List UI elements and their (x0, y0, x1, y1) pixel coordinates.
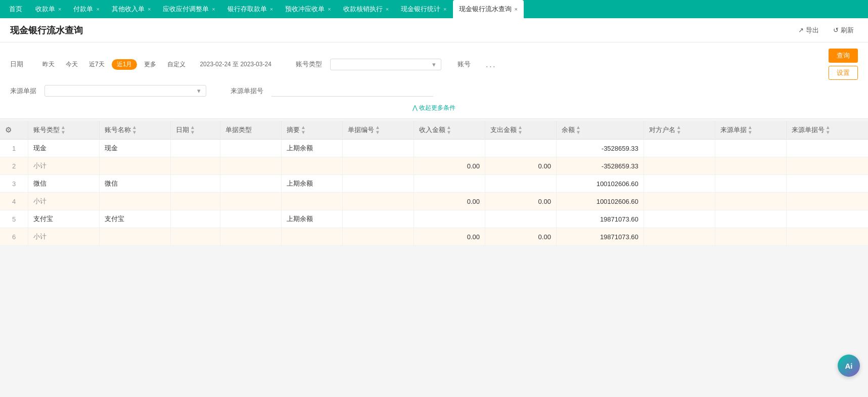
close-tab-icon[interactable]: × (515, 6, 518, 12)
cell-date (170, 175, 220, 193)
cell-expense: 0.00 (485, 193, 556, 210)
filter-row-1: 日期 昨天今天近7天近1月更多自定义 2023-02-24 至 2023-03-… (10, 49, 858, 80)
nav-tab-现金银行统计[interactable]: 现金银行统计× (395, 0, 452, 18)
gear-icon[interactable]: ⚙ (5, 125, 12, 134)
cell-expense (485, 175, 556, 193)
sort-doc_no[interactable]: 单据编号▲▼ (348, 125, 380, 135)
data-table: ⚙账号类型▲▼账号名称▲▼日期▲▼单据类型摘要▲▼单据编号▲▼收入金额▲▼支出金… (0, 121, 868, 246)
col-gear: ⚙ (0, 121, 28, 140)
cell-balance: 19871073.60 (556, 210, 644, 228)
cell-num: 2 (0, 157, 28, 175)
close-tab-icon[interactable]: × (270, 6, 273, 12)
cell-summary: 上期余额 (281, 175, 342, 193)
date-opt-近1月[interactable]: 近1月 (112, 59, 138, 70)
cell-income (414, 175, 485, 193)
page-header: 现金银行流水查询 ↗ 导出 ↺ 刷新 (0, 18, 868, 42)
date-opt-近7天[interactable]: 近7天 (85, 59, 109, 70)
col-account_name[interactable]: 账号名称▲▼ (100, 121, 171, 140)
nav-tab-预收冲应收单[interactable]: 预收冲应收单× (279, 0, 337, 18)
close-tab-icon[interactable]: × (328, 6, 331, 12)
close-tab-icon[interactable]: × (212, 6, 215, 12)
cell-doc_no (343, 157, 414, 175)
nav-home[interactable]: 首页 (2, 5, 29, 14)
sort-balance[interactable]: 余额▲▼ (562, 125, 581, 135)
date-options: 昨天今天近7天近1月更多自定义 (38, 59, 190, 70)
sort-counterparty[interactable]: 对方户名▲▼ (649, 125, 681, 135)
date-range: 2023-02-24 至 2023-03-24 (200, 60, 271, 69)
col-account_type[interactable]: 账号类型▲▼ (28, 121, 100, 140)
close-tab-icon[interactable]: × (148, 6, 151, 12)
date-opt-今天[interactable]: 今天 (62, 59, 82, 70)
close-tab-icon[interactable]: × (443, 6, 446, 12)
cell-balance: 100102606.60 (556, 175, 644, 193)
table-row: 1现金现金上期余额-3528659.33 (0, 140, 868, 157)
cell-source_doc_no (786, 228, 868, 246)
date-opt-自定义[interactable]: 自定义 (163, 59, 190, 70)
sort-income[interactable]: 收入金额▲▼ (419, 125, 451, 135)
cell-date (170, 193, 220, 210)
cell-doc_no (343, 140, 414, 157)
nav-tab-现金银行流水查询[interactable]: 现金银行流水查询× (453, 0, 524, 18)
cell-summary: 上期余额 (281, 140, 342, 157)
nav-tab-收款单[interactable]: 收款单× (29, 0, 67, 18)
sort-date[interactable]: 日期▲▼ (176, 125, 195, 135)
header-actions: ↗ 导出 ↺ 刷新 (794, 24, 858, 37)
dots-icon[interactable]: ... (486, 59, 496, 70)
cell-num: 3 (0, 175, 28, 193)
table-row: 5支付宝支付宝上期余额19871073.60 (0, 210, 868, 228)
col-expense[interactable]: 支出金额▲▼ (485, 121, 556, 140)
cell-account_name: 现金 (100, 140, 171, 157)
col-doc_no[interactable]: 单据编号▲▼ (343, 121, 414, 140)
sort-summary[interactable]: 摘要▲▼ (287, 125, 306, 135)
col-date[interactable]: 日期▲▼ (170, 121, 220, 140)
col-income[interactable]: 收入金额▲▼ (414, 121, 485, 140)
source-doc-no-input[interactable] (271, 85, 433, 97)
query-button[interactable]: 查询 (829, 49, 858, 63)
sort-source_doc_no[interactable]: 来源单据号▲▼ (792, 125, 831, 135)
account-type-select[interactable]: ▾ (330, 59, 441, 70)
sort-expense[interactable]: 支出金额▲▼ (490, 125, 523, 135)
sort-account_type[interactable]: 账号类型▲▼ (33, 125, 66, 135)
cell-doc_no (343, 193, 414, 210)
col-counterparty[interactable]: 对方户名▲▼ (644, 121, 715, 140)
filter-row-2: 来源单据 ▾ 来源单据号 (10, 85, 858, 97)
cell-income (414, 140, 485, 157)
date-opt-昨天[interactable]: 昨天 (38, 59, 59, 70)
cell-counterparty (644, 193, 715, 210)
cell-account_type: 小计 (28, 228, 100, 246)
cell-num: 1 (0, 140, 28, 157)
cell-num: 6 (0, 228, 28, 246)
col-source_doc[interactable]: 来源单据▲▼ (715, 121, 786, 140)
export-button[interactable]: ↗ 导出 (794, 24, 823, 37)
nav-tab-应收应付调整单[interactable]: 应收应付调整单× (157, 0, 221, 18)
source-doc-select[interactable]: ▾ (44, 85, 206, 97)
date-opt-更多[interactable]: 更多 (140, 59, 160, 70)
cell-expense (485, 140, 556, 157)
close-tab-icon[interactable]: × (386, 6, 389, 12)
cell-account_name: 支付宝 (100, 210, 171, 228)
col-source_doc_no[interactable]: 来源单据号▲▼ (786, 121, 868, 140)
close-tab-icon[interactable]: × (58, 6, 61, 12)
cell-summary (281, 228, 342, 246)
cell-doc_no (343, 228, 414, 246)
account-label: 账号 (458, 60, 478, 69)
collapse-bar[interactable]: ⋀ 收起更多条件 (10, 102, 858, 112)
cell-counterparty (644, 140, 715, 157)
refresh-button[interactable]: ↺ 刷新 (829, 24, 858, 37)
cell-doc_no (343, 210, 414, 228)
col-summary[interactable]: 摘要▲▼ (281, 121, 342, 140)
close-tab-icon[interactable]: × (96, 6, 99, 12)
nav-tab-收款核销执行[interactable]: 收款核销执行× (337, 0, 395, 18)
cell-expense: 0.00 (485, 157, 556, 175)
col-balance[interactable]: 余额▲▼ (556, 121, 644, 140)
nav-tab-其他收入单[interactable]: 其他收入单× (106, 0, 157, 18)
nav-tab-银行存取款单[interactable]: 银行存取款单× (221, 0, 279, 18)
sort-account_name[interactable]: 账号名称▲▼ (105, 125, 137, 135)
cell-doc_type (220, 140, 281, 157)
nav-tab-付款单[interactable]: 付款单× (67, 0, 105, 18)
account-type-label: 账号类型 (296, 60, 322, 69)
sort-source_doc[interactable]: 来源单据▲▼ (720, 125, 753, 135)
settings-button[interactable]: 设置 (829, 66, 858, 80)
cell-doc_type (220, 228, 281, 246)
cell-doc_no (343, 175, 414, 193)
